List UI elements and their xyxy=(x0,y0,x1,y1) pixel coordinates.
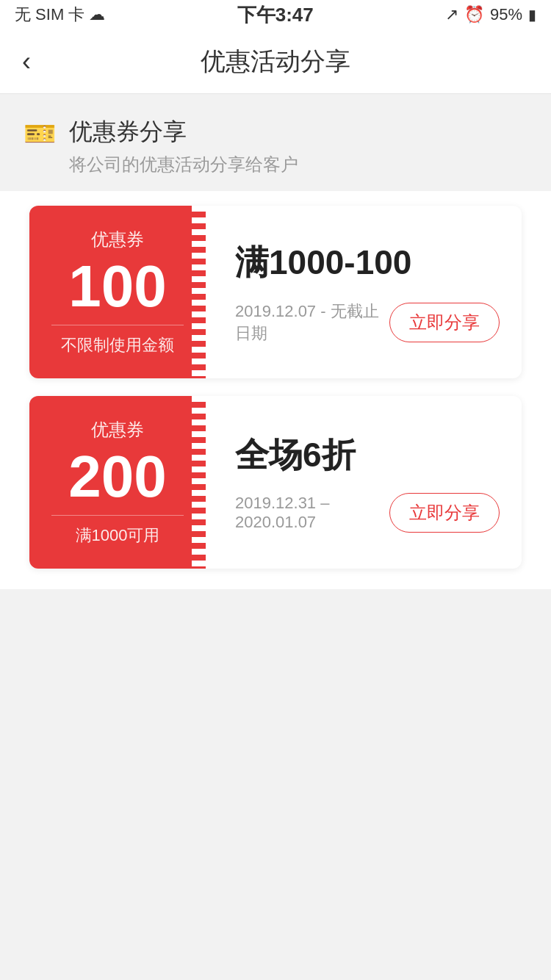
status-time: 下午3:47 xyxy=(237,2,314,28)
no-sim-label: 无 SIM 卡 ☁ xyxy=(15,4,105,26)
coupon-amount-2: 200 xyxy=(68,447,166,506)
section-title: 优惠券分享 xyxy=(69,116,298,148)
coupon-left-stub-2: 优惠券 200 满1000可用 xyxy=(29,396,206,569)
coupon-divider-1 xyxy=(51,325,184,325)
coupon-amount-1: 100 xyxy=(68,257,166,316)
section-subtitle: 将公司的优惠活动分享给客户 xyxy=(69,153,298,176)
coupon-name-2: 全场6折 xyxy=(235,433,500,478)
coupon-left-stub: 优惠券 100 不限制使用金额 xyxy=(29,206,206,378)
coupon-condition-2: 满1000可用 xyxy=(76,525,160,547)
status-left: 无 SIM 卡 ☁ xyxy=(15,4,105,26)
coupon-label-1: 优惠券 xyxy=(91,228,144,251)
coupon-condition-1: 不限制使用金额 xyxy=(61,334,174,356)
coupon-footer-1: 2019.12.07 - 无截止日期 立即分享 xyxy=(235,300,500,345)
coupon-name-1: 满1000-100 xyxy=(235,240,500,286)
back-button[interactable]: ‹ xyxy=(22,46,31,77)
share-button-2[interactable]: 立即分享 xyxy=(389,493,500,533)
page-title: 优惠活动分享 xyxy=(201,45,350,79)
status-right: ↗ ⏰ 95% ▮ xyxy=(445,5,536,24)
coupon-list: 优惠券 100 不限制使用金额 满1000-100 2019.12.07 - 无… xyxy=(15,206,536,586)
share-button-1[interactable]: 立即分享 xyxy=(389,303,500,342)
coupon-date-2: 2019.12.31 – 2020.01.07 xyxy=(235,494,389,532)
coupon-card: 优惠券 100 不限制使用金额 满1000-100 2019.12.07 - 无… xyxy=(29,206,522,378)
coupon-right-1: 满1000-100 2019.12.07 - 无截止日期 立即分享 xyxy=(206,206,522,378)
coupon-date-1: 2019.12.07 - 无截止日期 xyxy=(235,300,389,345)
section-text: 优惠券分享 将公司的优惠活动分享给客户 xyxy=(69,116,298,176)
alarm-icon: ⏰ xyxy=(464,5,484,24)
coupon-section-icon: 🎫 xyxy=(22,116,57,151)
section-header: 🎫 优惠券分享 将公司的优惠活动分享给客户 xyxy=(0,94,551,191)
coupon-label-2: 优惠券 xyxy=(91,418,144,442)
battery-label: 95% xyxy=(490,5,522,24)
coupon-footer-2: 2019.12.31 – 2020.01.07 立即分享 xyxy=(235,493,500,533)
location-icon: ↗ xyxy=(445,5,458,24)
coupon-right-2: 全场6折 2019.12.31 – 2020.01.07 立即分享 xyxy=(206,396,522,569)
battery-icon: ▮ xyxy=(528,6,536,24)
coupon-divider-2 xyxy=(51,515,184,516)
coupon-card-2: 优惠券 200 满1000可用 全场6折 2019.12.31 – 2020.0… xyxy=(29,396,522,569)
nav-bar: ‹ 优惠活动分享 xyxy=(0,29,551,94)
status-bar: 无 SIM 卡 ☁ 下午3:47 ↗ ⏰ 95% ▮ xyxy=(0,0,551,29)
empty-area xyxy=(0,589,551,956)
